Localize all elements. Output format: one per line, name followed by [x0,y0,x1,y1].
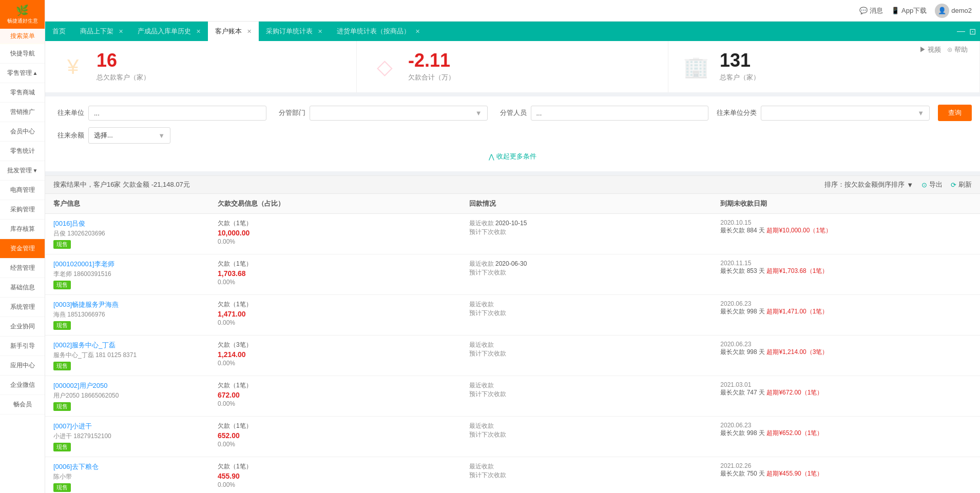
tab-stock-stats[interactable]: 进货单统计表（按商品） ✕ [330,22,427,41]
supplier-input[interactable]: ... [88,106,266,121]
overdue-link-1[interactable]: 超期¥1,703.68（1笔） [766,267,828,274]
sidebar-item-basic-info[interactable]: 基础信息 [0,278,45,298]
debt-ratio-2: 0.00% [218,319,469,326]
filter-row-2: 往来余额 选择... ▼ [53,127,972,144]
sidebar-item-inventory[interactable]: 库存核算 [0,220,45,239]
repay-cell-5: 最近收款 预计下次收款 [469,422,721,439]
debt-count-5: 欠款（1笔） [218,422,469,430]
debt-amount-4[interactable]: 672.00 [218,391,469,399]
filter-category: 往来单位分类 ▼ [717,106,930,121]
debt-count-4: 欠款（1笔） [218,381,469,390]
overdue-days-6: 最长欠款 750 天 [720,470,765,477]
close-icon[interactable]: ✕ [196,28,201,35]
sidebar-item-member-center[interactable]: 会员中心 [0,122,45,142]
customer-tag-3: 现售 [53,362,71,370]
balance-select[interactable]: 选择... ▼ [88,127,170,144]
customer-tag-2: 现售 [53,321,71,330]
dept-select[interactable]: ▼ [310,106,488,121]
customer-name-6[interactable]: [0006]去下粮仓 [53,462,218,471]
sidebar-item-finance[interactable]: 资金管理 [0,239,45,259]
sidebar-item-marketing[interactable]: 营销推广 [0,103,45,122]
sidebar-item-member-plus[interactable]: 畅会员 [0,395,45,415]
sidebar-item-operation[interactable]: 经营管理 [0,259,45,278]
customer-name-3[interactable]: [0002]服务中心_丁磊 [53,341,218,350]
sidebar-item-ecommerce[interactable]: 电商管理 [0,181,45,200]
minimize-icon[interactable]: — [957,27,965,36]
overdue-link-4[interactable]: 超期¥672.00（1笔） [766,389,823,396]
view-video-button[interactable]: ▶ 视频 [919,45,941,54]
export-button[interactable]: ⊙ 导出 [921,180,943,189]
topbar: 💬 消息 📱 App下载 👤 demo2 [45,0,980,22]
tab-home[interactable]: 首页 [45,22,73,41]
refresh-button[interactable]: ⟳ 刷新 [951,180,972,189]
sidebar-item-search[interactable]: 搜索菜单 [0,29,45,44]
customer-name-4[interactable]: [000002]用户2050 [53,381,218,390]
sidebar-item-system[interactable]: 系统管理 [0,298,45,317]
debt-icon: ◇ [369,51,400,82]
dept-label: 分管部门 [275,108,305,117]
tab-product-listing[interactable]: 商品上下架 ✕ [73,22,130,41]
close-icon[interactable]: ✕ [318,28,322,35]
customer-cell-5: [0007]小进干 小进干 18279152100 现售 [53,422,218,451]
sidebar-item-new-guide[interactable]: 新手引导 [0,337,45,356]
sidebar-item-purchase[interactable]: 采购管理 [0,200,45,220]
app-download-button[interactable]: 📱 App下载 [891,6,927,15]
debt-amount-6[interactable]: 455.90 [218,472,469,480]
message-button[interactable]: 💬 消息 [859,6,883,15]
close-icon[interactable]: ✕ [119,28,123,35]
message-icon: 💬 [859,7,868,14]
customer-name-0[interactable]: [0016]吕俊 [53,219,218,228]
user-menu[interactable]: 👤 demo2 [935,4,972,18]
close-icon[interactable]: ✕ [247,28,252,35]
tab-customer-account[interactable]: 客户账本 ✕ [208,22,259,41]
sort-label: 排序：按欠款金额倒序排序 [824,180,905,189]
debt-ratio-4: 0.00% [218,400,469,407]
person-label: 分管人员 [496,108,527,117]
debt-amount-5[interactable]: 652.00 [218,431,469,440]
debt-count-1: 欠款（1笔） [218,260,469,268]
person-input[interactable]: ... [531,106,709,121]
sidebar-item-retail-mgmt[interactable]: 零售管理 ▲ [0,64,45,83]
overdue-link-0[interactable]: 超期¥10,000.00（1笔） [766,227,832,234]
debt-amount-0[interactable]: 10,000.00 [218,229,469,237]
col-header-repay: 回款情况 [469,199,721,208]
sidebar-item-wholesale-mgmt[interactable]: 批发管理 ▼ [0,161,45,181]
tab-production-history[interactable]: 产成品入库单历史 ✕ [130,22,208,41]
results-summary: 搜索结果中，客户16家 欠款金额 -21,148.07元 [53,180,190,189]
collapse-filter-button[interactable]: ⋀ 收起更多条件 [53,150,972,163]
overdue-days-1: 最长欠款 853 天 [720,267,765,274]
chevron-down-icon: ▼ [33,168,38,173]
sidebar-item-retail-stats[interactable]: 零售统计 [0,142,45,161]
due-date-6: 2021.02.26 [720,462,972,469]
overdue-link-2[interactable]: 超期¥1,471.00（1笔） [766,308,828,315]
close-icon[interactable]: ✕ [415,28,420,35]
sidebar-item-corp-collab[interactable]: 企业协同 [0,317,45,337]
repay-date-0: 2020-10-15 [495,220,527,227]
category-select[interactable]: ▼ [761,106,930,121]
debt-amount-2[interactable]: 1,471.00 [218,310,469,318]
debt-amount-1[interactable]: 1,703.68 [218,269,469,278]
customer-name-5[interactable]: [0007]小进干 [53,422,218,431]
sidebar-item-app-center[interactable]: 应用中心 [0,356,45,376]
customer-name-2[interactable]: [0003]畅捷服务尹海燕 [53,300,218,309]
search-button[interactable]: 查询 [938,105,972,121]
customer-tag-5: 现售 [53,443,71,451]
next-repay-1: 预计下次收款 [469,268,721,277]
sidebar-item-quick-nav[interactable]: 快捷导航 [0,44,45,64]
customer-name-1[interactable]: [0001020001]李老师 [53,260,218,269]
overdue-link-5[interactable]: 超期¥652.00（1笔） [766,429,823,437]
chevron-down-icon: ▼ [475,109,482,117]
sort-selector[interactable]: 排序：按欠款金额倒序排序 ▼ [824,180,913,189]
tab-purchase-stats[interactable]: 采购订单统计表 ✕ [259,22,330,41]
sidebar-item-corp-wx[interactable]: 企业微信 [0,376,45,395]
overdue-link-3[interactable]: 超期¥1,214.00（3笔） [766,348,828,356]
sidebar-item-retail-mall[interactable]: 零售商城 [0,83,45,103]
maximize-icon[interactable]: ⊡ [969,27,976,36]
overdue-link-6[interactable]: 超期¥455.90（1笔） [766,470,823,477]
help-button[interactable]: ⊙ 帮助 [947,45,968,54]
next-repay-4: 预计下次收款 [469,390,721,399]
due-date-5: 2020.06.23 [720,422,972,429]
overdue-days-3: 最长欠款 998 天 [720,348,765,356]
repay-cell-3: 最近收款 预计下次收款 [469,341,721,358]
debt-amount-3[interactable]: 1,214.00 [218,350,469,359]
